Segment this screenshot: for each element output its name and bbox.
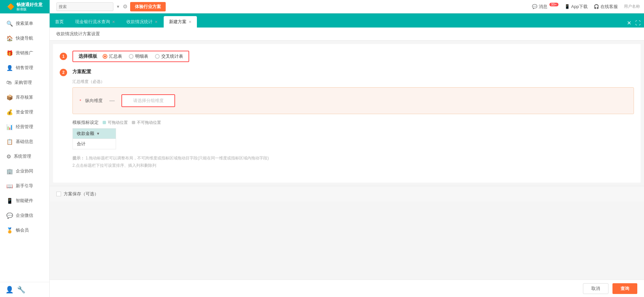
guide-icon: 📖 bbox=[6, 183, 13, 189]
main-layout: 🔍 搜索菜单 🏠 快捷导航 🎁 营销推广 👤 销售管理 🛍 采购管理 📦 库存核… bbox=[0, 13, 644, 297]
bottom-bar: 取消 查询 bbox=[50, 280, 644, 297]
sidebar-item-purchase[interactable]: 🛍 采购管理 bbox=[0, 75, 49, 90]
sidebar-item-enterprise-wechat[interactable]: 💬 企业微信 bbox=[0, 208, 49, 223]
headset-icon: 🎧 bbox=[594, 4, 599, 9]
legend-static: 不可拖动位置 bbox=[132, 120, 161, 126]
sidebar-bottom: 👤 🔧 bbox=[0, 282, 49, 297]
sidebar-item-member[interactable]: 🏅 畅会员 bbox=[0, 223, 49, 238]
tip-text-1: 提示： 1.拖动标题栏可以调整布局，不可跨维度或指标区域拖动目字段(只能在同一维… bbox=[72, 155, 634, 162]
capital-icon: 💰 bbox=[6, 109, 13, 115]
radio-circle-cross bbox=[155, 54, 160, 59]
tab-close-bank-flow[interactable]: ✕ bbox=[112, 20, 115, 24]
tab-receipt-stat[interactable]: 收款情况统计 ✕ bbox=[121, 16, 163, 28]
settings-icon[interactable]: ⚙ bbox=[123, 3, 127, 10]
radio-circle-detail bbox=[129, 54, 133, 59]
sidebar-item-enterprise[interactable]: 🏢 企业协同 bbox=[0, 164, 49, 179]
tab-close-receipt-stat[interactable]: ✕ bbox=[155, 20, 158, 24]
tab-close-new-plan[interactable]: ✕ bbox=[189, 20, 192, 24]
sidebar-item-new-guide[interactable]: 📖 新手引导 bbox=[0, 179, 49, 193]
radio-detail[interactable]: 明细表 bbox=[129, 53, 148, 59]
query-button[interactable]: 查询 bbox=[612, 283, 637, 294]
required-star: * bbox=[79, 98, 81, 103]
wechat-icon: 💬 bbox=[6, 212, 13, 219]
dimension-selector[interactable]: 请选择分组维度 bbox=[121, 94, 175, 107]
smart-hw-icon: 📱 bbox=[6, 198, 13, 204]
sidebar-item-marketing[interactable]: 🎁 营销推广 bbox=[0, 46, 49, 60]
plan-save-section: 方案保存（可选） bbox=[50, 186, 644, 202]
plan-save-label: 方案保存（可选） bbox=[64, 191, 99, 197]
app-logo: 🔶 畅捷通好生意 标准版 bbox=[0, 0, 50, 13]
username-display: 用户名称 bbox=[624, 4, 640, 9]
tip-area: 提示： 1.拖动标题栏可以调整布局，不可跨维度或指标区域拖动目字段(只能在同一维… bbox=[72, 155, 634, 169]
tip-text-2: 2.点击标题栏下拉可设置排序、插入列和删除列 bbox=[72, 162, 634, 169]
settings-bottom-icon[interactable]: 🔧 bbox=[17, 286, 25, 294]
metrics-header: 模板指标设定 可拖动位置 不可拖动位置 bbox=[72, 119, 634, 126]
tab-bar: 首页 现金银行流水查询 ✕ 收款情况统计 ✕ 新建方案 ✕ ✕ ⛶ bbox=[50, 13, 644, 28]
sidebar-item-capital[interactable]: 💰 资金管理 bbox=[0, 105, 49, 119]
radio-dot-summary bbox=[104, 55, 106, 57]
gift-icon: 🎁 bbox=[6, 50, 13, 56]
top-bar-right: 💬 消息 99+ 📱 App下载 🎧 在线客服 用户名称 bbox=[532, 4, 640, 10]
system-icon: ⚙ bbox=[6, 153, 11, 160]
radio-cross[interactable]: 交叉统计表 bbox=[155, 53, 183, 59]
metrics-table: 收款金额 ▼ 合计 bbox=[72, 128, 116, 149]
enterprise-icon: 🏢 bbox=[6, 168, 13, 175]
section2-number: 2 bbox=[60, 69, 67, 76]
dimension-row: * 纵向维度 — 请选择分组维度 bbox=[79, 94, 627, 107]
user-bottom-icon[interactable]: 👤 bbox=[5, 286, 14, 294]
chevron-down-icon[interactable]: ▼ bbox=[96, 132, 100, 136]
logo-icon: 🔶 bbox=[7, 3, 14, 10]
plan-save-checkbox[interactable] bbox=[56, 192, 61, 196]
download-button[interactable]: 📱 App下载 bbox=[565, 4, 588, 10]
metrics-table-total-row: 合计 bbox=[73, 139, 116, 149]
sidebar-item-inventory[interactable]: 📦 库存核算 bbox=[0, 90, 49, 105]
message-badge: 99+ bbox=[549, 3, 558, 6]
dimension-grid-area: * 纵向维度 — 请选择分组维度 bbox=[72, 87, 634, 114]
operations-icon: 📊 bbox=[6, 124, 13, 130]
legend-draggable: 可拖动位置 bbox=[103, 120, 128, 126]
tab-expand-action-icon[interactable]: ⛶ bbox=[635, 20, 641, 26]
tab-bar-actions: ✕ ⛶ bbox=[627, 20, 644, 28]
content-area: 首页 现金银行流水查询 ✕ 收款情况统计 ✕ 新建方案 ✕ ✕ ⛶ 收款情况统计… bbox=[50, 13, 644, 297]
static-legend-icon bbox=[132, 121, 135, 124]
dropdown-chevron-icon[interactable]: ▼ bbox=[116, 4, 120, 9]
basic-info-icon: 📋 bbox=[6, 139, 13, 145]
sidebar-item-quick-nav[interactable]: 🏠 快捷导航 bbox=[0, 31, 49, 46]
top-bar: 🔶 畅捷通好生意 标准版 ▼ ⚙ 体验行业方案 💬 消息 99+ 📱 App下载… bbox=[0, 0, 644, 13]
radio-summary[interactable]: 汇总表 bbox=[103, 53, 122, 59]
top-search-input[interactable] bbox=[56, 2, 113, 11]
top-bar-left: 🔶 畅捷通好生意 标准版 ▼ ⚙ 体验行业方案 bbox=[4, 0, 532, 13]
message-icon: 💬 bbox=[532, 4, 537, 9]
tab-bank-flow[interactable]: 现金银行流水查询 ✕ bbox=[70, 16, 120, 28]
home-icon: 🏠 bbox=[6, 35, 13, 42]
message-button[interactable]: 💬 消息 99+ bbox=[532, 4, 558, 10]
purchase-icon: 🛍 bbox=[6, 80, 12, 86]
dimension-section: 汇总维度（必选） * 纵向维度 — 请选择分组维度 bbox=[72, 79, 634, 169]
sidebar-item-operations[interactable]: 📊 经营管理 bbox=[0, 119, 49, 134]
cancel-button[interactable]: 取消 bbox=[583, 283, 608, 294]
section1-title: 选择模板 bbox=[78, 53, 97, 59]
radio-label-cross: 交叉统计表 bbox=[161, 53, 183, 59]
tab-home[interactable]: 首页 bbox=[50, 16, 69, 28]
service-button[interactable]: 🎧 在线客服 bbox=[594, 4, 618, 10]
sidebar-item-system[interactable]: ⚙ 系统管理 bbox=[0, 149, 49, 164]
section2-content: 方案配置 汇总维度（必选） * 纵向维度 — bbox=[72, 69, 634, 169]
tab-close-action-icon[interactable]: ✕ bbox=[627, 20, 631, 26]
template-options: 汇总表 明细表 交叉统计表 bbox=[103, 53, 183, 59]
sidebar-item-basic-info[interactable]: 📋 基础信息 bbox=[0, 134, 49, 149]
form-area: 1 选择模板 汇总表 bbox=[53, 44, 641, 183]
logo-text: 畅捷通好生意 标准版 bbox=[16, 2, 43, 11]
sidebar-item-smart-hw[interactable]: 📱 智能硬件 bbox=[0, 193, 49, 208]
metrics-section: 模板指标设定 可拖动位置 不可拖动位置 bbox=[72, 119, 634, 149]
tab-new-plan[interactable]: 新建方案 ✕ bbox=[164, 16, 197, 28]
dimension-field-label: 纵向维度 bbox=[85, 98, 103, 104]
sidebar-item-search-menu[interactable]: 🔍 搜索菜单 bbox=[0, 16, 49, 31]
sidebar-item-sales[interactable]: 👤 销售管理 bbox=[0, 60, 49, 75]
page-header: 收款情况统计方案设置 bbox=[50, 28, 644, 41]
trial-button[interactable]: 体验行业方案 bbox=[130, 2, 166, 11]
section1-row: 1 选择模板 汇总表 bbox=[60, 51, 634, 62]
radio-circle-summary bbox=[103, 54, 107, 59]
dimension-label: 汇总维度（必选） bbox=[72, 79, 634, 85]
section2-row: 2 方案配置 汇总维度（必选） * 纵向维度 bbox=[60, 69, 634, 169]
search-icon: 🔍 bbox=[6, 20, 13, 27]
